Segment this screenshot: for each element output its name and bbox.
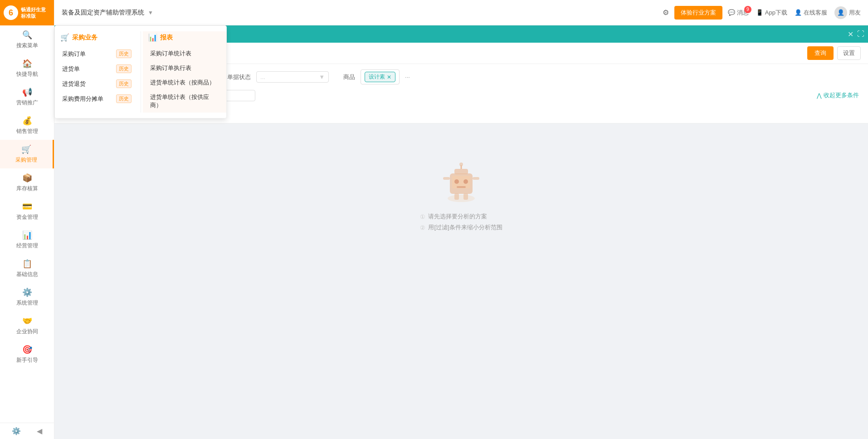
dropdown-item-incoming-by-supplier[interactable]: 进货单统计表（按供应商） (148, 90, 221, 113)
search-icon: 🔍 (22, 30, 32, 40)
goods-tag: 设计素 ✕ (365, 72, 395, 82)
svg-point-3 (454, 179, 459, 184)
collapse-btn[interactable]: ⋀ 收起更多条件 (815, 89, 861, 101)
message-badge: 9 (744, 6, 751, 13)
status-label: 单据状态 (227, 73, 251, 81)
basicinfo-icon: 📋 (22, 259, 32, 269)
report-section-title: 📊 报表 (148, 31, 221, 46)
system-icon: ⚙️ (22, 287, 32, 297)
message-icon: 💬 (728, 9, 735, 16)
sidebar-item-system[interactable]: ⚙️ 系统管理 (0, 283, 54, 311)
title-arrow: ▼ (148, 10, 153, 16)
tabs-controls: ✕ ⛶ (848, 30, 864, 39)
logo-text: 畅通好生意 标准版 (21, 6, 46, 20)
expand-icon[interactable]: ⛶ (857, 30, 864, 39)
svg-rect-5 (457, 186, 466, 188)
query-btn[interactable]: 查询 (807, 46, 834, 60)
app-download-btn[interactable]: 📱 App下载 (756, 9, 787, 17)
settings-btn[interactable]: 设置 (837, 46, 861, 60)
svg-point-4 (463, 179, 468, 184)
empty-text: ①请先选择要分析的方案 ②用[过滤]条件来缩小分析范围 (420, 212, 502, 234)
sidebar: 6 畅通好生意 标准版 🔍 搜索菜单 🏠 快捷导航 📢 营销推广 💰 销售管理 … (0, 0, 54, 439)
home-icon: 🏠 (22, 59, 32, 69)
sales-icon: 💰 (22, 116, 32, 126)
avatar: 👤 (834, 6, 847, 19)
service-icon: 👤 (795, 9, 802, 16)
report-section: 📊 报表 采购订单统计表 采购订单执行表 进货单统计表（按商品） 进货单统计表（… (143, 31, 227, 113)
sidebar-settings-btn[interactable]: ⚙️ (12, 427, 21, 435)
sidebar-bottom: ⚙️ ◀ (0, 423, 54, 439)
operations-icon: 📊 (22, 230, 32, 240)
sidebar-item-guide[interactable]: 🎯 新手引导 (0, 340, 54, 369)
finance-icon: 💳 (22, 202, 32, 212)
collapse-up-icon: ⋀ (817, 92, 822, 99)
dropdown-item-purchase-order[interactable]: 采购订单 历史 (60, 46, 133, 61)
goods-input[interactable]: 设计素 ✕ (361, 69, 400, 84)
svg-rect-10 (473, 177, 479, 180)
purchase-section-icon: 🛒 (60, 33, 69, 42)
history-badge-3: 历史 (116, 94, 132, 103)
dropdown-item-expense[interactable]: 采购费用分摊单 历史 (60, 91, 133, 106)
sidebar-item-operations[interactable]: 📊 经营管理 (0, 226, 54, 254)
sidebar-item-marketing[interactable]: 📢 营销推广 (0, 83, 54, 111)
system-title: 装备及固定资产辅助管理系统 ▼ (62, 9, 657, 17)
inventory-icon: 📦 (22, 173, 32, 183)
sidebar-item-search[interactable]: 🔍 搜索菜单 (0, 25, 54, 54)
purchase-section: 🛒 采购业务 采购订单 历史 进货单 历史 进货退货 历史 采购费用分摊单 历史 (55, 31, 139, 113)
dropdown-item-order-stats[interactable]: 采购订单统计表 (148, 46, 221, 61)
close-all-icon[interactable]: ✕ (848, 30, 853, 39)
sidebar-menu: 🔍 搜索菜单 🏠 快捷导航 📢 营销推广 💰 销售管理 🛒 采购管理 📦 库存核… (0, 25, 54, 423)
svg-rect-12 (463, 193, 468, 200)
section-divider (141, 31, 141, 113)
goods-dots[interactable]: ··· (405, 74, 410, 80)
industry-btn[interactable]: 体验行业方案 (674, 6, 722, 20)
svg-point-8 (459, 163, 463, 166)
empty-state: ①请先选择要分析的方案 ②用[过滤]条件来缩小分析范围 (54, 123, 868, 271)
dropdown-item-order-exec[interactable]: 采购订单执行表 (148, 61, 221, 75)
status-arrow: ▼ (319, 74, 325, 80)
dropdown-menu: 🛒 采购业务 采购订单 历史 进货单 历史 进货退货 历史 采购费用分摊单 历史 (54, 25, 227, 118)
sidebar-item-inventory[interactable]: 📦 库存核算 (0, 168, 54, 197)
svg-rect-6 (454, 169, 468, 174)
empty-illustration (434, 160, 488, 205)
svg-rect-9 (443, 177, 450, 180)
history-badge-0: 历史 (116, 49, 132, 58)
phone-icon: 📱 (756, 9, 763, 16)
dropdown-item-incoming-by-goods[interactable]: 进货单统计表（按商品） (148, 75, 221, 90)
topbar: 装备及固定资产辅助管理系统 ▼ ⚙ 体验行业方案 💬 9 消息 📱 App下载 … (54, 0, 868, 25)
settings-icon[interactable]: ⚙ (663, 8, 669, 17)
dropdown-item-incoming[interactable]: 进货单 历史 (60, 61, 133, 76)
toolbar-right: 查询 设置 (807, 46, 861, 60)
svg-point-0 (448, 195, 475, 202)
sidebar-item-finance[interactable]: 💳 资金管理 (0, 197, 54, 226)
message-btn[interactable]: 💬 9 消息 (728, 9, 749, 17)
cooperation-icon: 🤝 (22, 316, 32, 326)
dropdown-item-return[interactable]: 进货退货 历史 (60, 76, 133, 91)
topbar-right: 💬 9 消息 📱 App下载 👤 在线客服 👤 用友 (728, 6, 861, 19)
purchase-section-title: 🛒 采购业务 (60, 31, 133, 46)
status-input[interactable]: ... ▼ (256, 71, 329, 83)
sidebar-collapse-btn[interactable]: ◀ (37, 427, 42, 435)
report-section-icon: 📊 (148, 33, 157, 42)
online-service-btn[interactable]: 👤 在线客服 (795, 9, 827, 17)
sidebar-item-cooperation[interactable]: 🤝 企业协同 (0, 311, 54, 340)
sidebar-item-quicknav[interactable]: 🏠 快捷导航 (0, 54, 54, 83)
guide-icon: 🎯 (22, 345, 32, 355)
sidebar-item-purchase[interactable]: 🛒 采购管理 (0, 140, 54, 168)
robot-svg (434, 160, 488, 205)
purchase-icon: 🛒 (21, 144, 31, 154)
goods-label: 商品 (343, 73, 355, 81)
svg-rect-11 (454, 193, 459, 200)
marketing-icon: 📢 (22, 87, 32, 97)
user-btn[interactable]: 👤 用友 (834, 6, 861, 19)
sidebar-item-sales[interactable]: 💰 销售管理 (0, 111, 54, 140)
sidebar-item-basicinfo[interactable]: 📋 基础信息 (0, 254, 54, 283)
history-badge-1: 历史 (116, 64, 132, 73)
logo: 6 畅通好生意 标准版 (0, 0, 54, 25)
logo-icon: 6 (4, 5, 18, 20)
history-badge-2: 历史 (116, 79, 132, 88)
goods-tag-remove[interactable]: ✕ (387, 74, 391, 80)
purchase-dropdown: 🛒 采购业务 采购订单 历史 进货单 历史 进货退货 历史 采购费用分摊单 历史 (54, 25, 227, 118)
